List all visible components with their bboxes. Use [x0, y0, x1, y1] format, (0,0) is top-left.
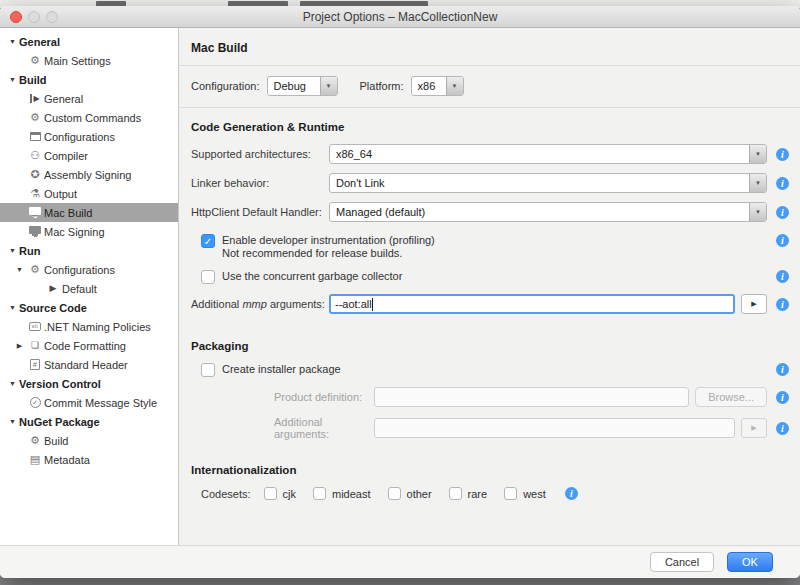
default-icon: ▶ — [44, 282, 62, 296]
sidebar-item-mac-signing[interactable]: Mac Signing — [0, 222, 178, 241]
sidebar-item-general[interactable]: ▼General — [0, 32, 178, 51]
chevron-down-icon: ▼ — [320, 77, 337, 95]
sidebar-item-label: Default — [62, 283, 97, 295]
supported-architectures-row: Supported architectures: x86_64 ▼ i — [191, 144, 789, 164]
sidebar-item-label: Mac Build — [44, 207, 92, 219]
info-icon[interactable]: i — [776, 363, 789, 376]
sidebar-item-metadata[interactable]: ▤Metadata — [0, 450, 178, 469]
product-definition-input — [374, 387, 689, 407]
httpclient-handler-label: HttpClient Default Handler: — [191, 206, 329, 218]
sidebar-item-label: General — [44, 93, 83, 105]
codeset-checkbox-mideast[interactable] — [313, 487, 326, 500]
custom-commands-icon: ⚙ — [26, 111, 44, 125]
create-installer-checkbox[interactable] — [201, 363, 215, 377]
sidebar-item-assembly-signing[interactable]: ✪Assembly Signing — [0, 165, 178, 184]
platform-select[interactable]: x86 ▼ — [411, 76, 464, 96]
sidebar-item-nuget-package[interactable]: ▼NuGet Package — [0, 412, 178, 431]
info-icon[interactable]: i — [776, 270, 789, 283]
general-icon: ▶ — [26, 92, 44, 106]
instrumentation-row: ✓ Enable developer instrumentation (prof… — [201, 234, 789, 260]
configuration-select[interactable]: Debug ▼ — [267, 76, 338, 96]
linker-behavior-select[interactable]: Don't Link ▼ — [329, 173, 767, 193]
info-icon[interactable]: i — [776, 206, 789, 219]
codeset-mideast: mideast — [313, 487, 371, 500]
codeset-label: cjk — [283, 488, 296, 500]
sidebar-item-label: Mac Signing — [44, 226, 105, 238]
sidebar-item-mac-build[interactable]: Mac Build — [0, 203, 178, 222]
instrumentation-checkbox[interactable]: ✓ — [201, 234, 215, 248]
section-code-generation: Code Generation & Runtime — [191, 121, 788, 133]
disclosure-down-icon[interactable]: ▼ — [6, 304, 19, 311]
info-icon[interactable]: i — [776, 177, 789, 190]
codeset-checkbox-other[interactable] — [388, 487, 401, 500]
sidebar-item-label: Assembly Signing — [44, 169, 131, 181]
codeset-checkbox-cjk[interactable] — [264, 487, 277, 500]
title-bar[interactable]: Project Options – MacCollectionNew — [0, 6, 800, 28]
sidebar-item-code-formatting[interactable]: ▶❏Code Formatting — [0, 336, 178, 355]
sidebar-item-commit-message-style[interactable]: ✓Commit Message Style — [0, 393, 178, 412]
info-icon[interactable]: i — [776, 391, 789, 404]
sidebar-item-default[interactable]: ▶Default — [0, 279, 178, 298]
sidebar-item-label: .NET Naming Policies — [44, 321, 151, 333]
codeset-checkbox-west[interactable] — [504, 487, 517, 500]
sidebar-item-general[interactable]: ▶General — [0, 89, 178, 108]
sidebar-item-version-control[interactable]: ▼Version Control — [0, 374, 178, 393]
sidebar-item-net-naming-policies[interactable]: ab.NET Naming Policies — [0, 317, 178, 336]
window-title: Project Options – MacCollectionNew — [303, 10, 498, 24]
zoom-button — [46, 11, 58, 23]
sidebar-item-label: Metadata — [44, 454, 90, 466]
disclosure-right-icon[interactable]: ▶ — [13, 342, 26, 350]
disclosure-down-icon[interactable]: ▼ — [6, 247, 19, 254]
info-icon[interactable]: i — [776, 148, 789, 161]
sidebar-item-label: Run — [19, 245, 40, 257]
ok-button[interactable]: OK — [727, 552, 773, 572]
sidebar-item-label: Configurations — [44, 264, 115, 276]
cancel-button[interactable]: Cancel — [650, 552, 714, 572]
mmp-arguments-input[interactable]: --aot:all — [329, 294, 735, 314]
codeset-label: west — [523, 488, 546, 500]
sidebar-item-configurations[interactable]: ▼⚙Configurations — [0, 260, 178, 279]
mac-build-icon — [26, 206, 44, 220]
info-icon[interactable]: i — [776, 234, 789, 247]
sidebar-item-custom-commands[interactable]: ⚙Custom Commands — [0, 108, 178, 127]
info-icon[interactable]: i — [776, 298, 789, 311]
sidebar-item-compiler[interactable]: ⚇Compiler — [0, 146, 178, 165]
text-caret — [372, 298, 373, 311]
page-title: Mac Build — [179, 28, 800, 66]
sidebar-item-configurations[interactable]: Configurations — [0, 127, 178, 146]
chevron-down-icon: ▼ — [749, 145, 766, 163]
sidebar-item-label: Compiler — [44, 150, 88, 162]
disclosure-down-icon[interactable]: ▼ — [13, 266, 26, 273]
disclosure-down-icon[interactable]: ▼ — [6, 380, 19, 387]
concurrent-gc-row: Use the concurrent garbage collector i — [201, 270, 789, 284]
mmp-arguments-label: Additional mmp arguments: — [191, 298, 329, 310]
codeset-checkbox-rare[interactable] — [449, 487, 462, 500]
codeset-other: other — [388, 487, 432, 500]
sidebar-item-source-code[interactable]: ▼Source Code — [0, 298, 178, 317]
chevron-down-icon: ▼ — [749, 203, 766, 221]
minimize-button — [28, 11, 40, 23]
disclosure-down-icon[interactable]: ▼ — [6, 76, 19, 83]
disclosure-down-icon[interactable]: ▼ — [6, 418, 19, 425]
sidebar-item-standard-header[interactable]: #Standard Header — [0, 355, 178, 374]
product-definition-row: Product definition: Browse... i — [274, 387, 789, 407]
sidebar-item-main-settings[interactable]: ⚙Main Settings — [0, 51, 178, 70]
sidebar-item-build[interactable]: ⚙Build — [0, 431, 178, 450]
supported-architectures-label: Supported architectures: — [191, 148, 329, 160]
concurrent-gc-checkbox[interactable] — [201, 270, 215, 284]
disclosure-down-icon[interactable]: ▼ — [6, 38, 19, 45]
httpclient-handler-row: HttpClient Default Handler: Managed (def… — [191, 202, 789, 222]
section-internationalization: Internationalization — [191, 464, 788, 476]
close-button[interactable] — [10, 11, 22, 23]
insert-argument-button[interactable]: ▶ — [741, 294, 767, 314]
supported-architectures-select[interactable]: x86_64 ▼ — [329, 144, 767, 164]
options-tree: ▼General⚙Main Settings▼Build▶General⚙Cus… — [0, 28, 179, 545]
sidebar-item-output[interactable]: ⚗Output — [0, 184, 178, 203]
sidebar-item-run[interactable]: ▼Run — [0, 241, 178, 260]
screen: Project Options – MacCollectionNew ▼Gene… — [0, 0, 800, 585]
info-icon[interactable]: i — [776, 422, 789, 435]
info-icon[interactable]: i — [565, 487, 578, 500]
instrumentation-label: Enable developer instrumentation (profil… — [222, 234, 435, 247]
sidebar-item-build[interactable]: ▼Build — [0, 70, 178, 89]
httpclient-handler-select[interactable]: Managed (default) ▼ — [329, 202, 767, 222]
